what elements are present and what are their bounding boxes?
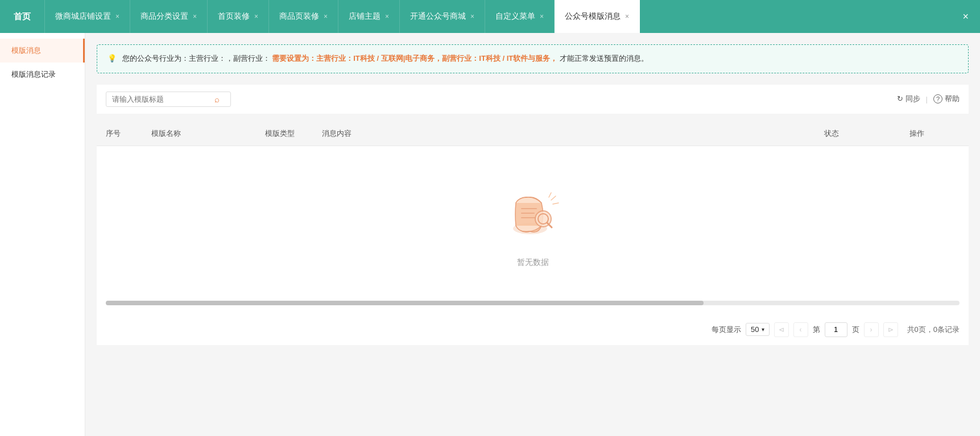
sync-icon: ↻ bbox=[897, 94, 903, 103]
search-icon[interactable]: ⌕ bbox=[214, 94, 220, 104]
chevron-down-icon: ▾ bbox=[762, 326, 764, 333]
nav-tab-close[interactable]: × bbox=[115, 13, 119, 20]
alert-icon: 💡 bbox=[107, 54, 117, 63]
scroll-track[interactable] bbox=[106, 301, 960, 305]
nav-tab-template-msg[interactable]: 公众号模版消息 × bbox=[555, 0, 640, 33]
sidebar: 模版消息 模版消息记录 bbox=[0, 33, 85, 436]
page-size-label: 每页显示 bbox=[712, 325, 741, 335]
next-page-button[interactable]: › bbox=[864, 322, 879, 337]
total-info: 共0页，0条记录 bbox=[907, 325, 960, 335]
col-header-content: 消息内容 bbox=[313, 122, 815, 146]
first-page-button[interactable]: ⊲ bbox=[774, 322, 789, 337]
alert-suffix: 才能正常发送预置的消息。 bbox=[560, 54, 648, 63]
close-all-icon: × bbox=[962, 11, 969, 23]
nav-tab-label: 微商城店铺设置 bbox=[55, 11, 111, 22]
page-suffix-label: 页 bbox=[852, 325, 859, 335]
alert-prefix: 您的公众号行业为：主营行业：，副营行业： bbox=[122, 54, 270, 63]
alert-box: 💡 您的公众号行业为：主营行业：，副营行业： 需要设置为：主营行业：IT科技 /… bbox=[97, 44, 969, 73]
nav-tab-close[interactable]: × bbox=[625, 13, 629, 20]
scroll-container bbox=[97, 301, 969, 314]
top-nav: 首页 微商城店铺设置 × 商品分类设置 × 首页装修 × 商品页装修 × 店铺主… bbox=[0, 0, 980, 33]
col-header-type: 模版类型 bbox=[256, 122, 313, 146]
pagination: 每页显示 50 ▾ ⊲ ‹ 第 页 › ⊳ 共0页，0条记录 bbox=[97, 314, 969, 345]
prev-page-button[interactable]: ‹ bbox=[793, 322, 808, 337]
svg-line-8 bbox=[553, 203, 559, 204]
data-table: 序号 模版名称 模版类型 消息内容 状态 操作 bbox=[97, 122, 969, 146]
svg-line-7 bbox=[551, 196, 556, 200]
page-size-select[interactable]: 50 ▾ bbox=[746, 323, 769, 336]
nav-tab-shop-settings[interactable]: 微商城店铺设置 × bbox=[45, 0, 130, 33]
nav-tab-label: 商品分类设置 bbox=[140, 11, 188, 22]
svg-line-9 bbox=[549, 193, 551, 197]
toolbar: ⌕ ↻ 同步 | ? 帮助 bbox=[97, 85, 969, 114]
nav-tab-close[interactable]: × bbox=[254, 13, 258, 20]
sync-label: 同步 bbox=[905, 94, 920, 103]
nav-tab-open-mall[interactable]: 开通公众号商城 × bbox=[400, 0, 485, 33]
sidebar-item-template-msg[interactable]: 模版消息 bbox=[0, 39, 85, 63]
main-content: 💡 您的公众号行业为：主营行业：，副营行业： 需要设置为：主营行业：IT科技 /… bbox=[85, 33, 980, 436]
table-header-row: 序号 模版名称 模版类型 消息内容 状态 操作 bbox=[97, 122, 969, 146]
col-header-name: 模版名称 bbox=[142, 122, 256, 146]
toolbar-divider: | bbox=[926, 95, 928, 103]
nav-tab-close[interactable]: × bbox=[470, 13, 474, 20]
nav-home[interactable]: 首页 bbox=[0, 0, 45, 33]
nav-tab-label: 店铺主题 bbox=[349, 11, 381, 22]
main-layout: 模版消息 模版消息记录 💡 您的公众号行业为：主营行业：，副营行业： 需要设置为… bbox=[0, 33, 980, 436]
help-label: 帮助 bbox=[945, 94, 960, 104]
nav-tab-home-decor[interactable]: 首页装修 × bbox=[208, 0, 269, 33]
sidebar-item-label: 模版消息 bbox=[11, 46, 41, 55]
col-header-index: 序号 bbox=[97, 122, 142, 146]
empty-state: 暂无数据 bbox=[97, 146, 969, 296]
nav-tab-category-settings[interactable]: 商品分类设置 × bbox=[130, 0, 208, 33]
nav-tab-shop-theme[interactable]: 店铺主题 × bbox=[338, 0, 400, 33]
nav-tab-close[interactable]: × bbox=[540, 13, 544, 20]
toolbar-right: ↻ 同步 | ? 帮助 bbox=[897, 94, 960, 104]
nav-tab-label: 开通公众号商城 bbox=[410, 11, 466, 22]
scroll-thumb bbox=[106, 301, 704, 305]
nav-home-label: 首页 bbox=[14, 11, 31, 22]
sidebar-item-template-msg-log[interactable]: 模版消息记录 bbox=[0, 63, 85, 86]
nav-tab-close[interactable]: × bbox=[385, 13, 389, 20]
nav-tab-close[interactable]: × bbox=[193, 13, 197, 20]
nav-tab-custom-menu[interactable]: 自定义菜单 × bbox=[485, 0, 555, 33]
nav-tab-product-decor[interactable]: 商品页装修 × bbox=[269, 0, 338, 33]
nav-tab-label: 公众号模版消息 bbox=[565, 11, 621, 22]
nav-tab-close[interactable]: × bbox=[324, 13, 328, 20]
page-number-input[interactable] bbox=[825, 322, 847, 337]
sidebar-item-label: 模版消息记录 bbox=[11, 70, 56, 78]
nav-tab-label: 首页装修 bbox=[218, 11, 250, 22]
table-wrap: 序号 模版名称 模版类型 消息内容 状态 操作 bbox=[97, 122, 969, 345]
empty-icon bbox=[499, 180, 567, 248]
col-header-action: 操作 bbox=[900, 122, 969, 146]
alert-highlight: 需要设置为：主营行业：IT科技 / 互联网|电子商务，副营行业：IT科技 / I… bbox=[272, 54, 557, 63]
nav-tab-label: 商品页装修 bbox=[279, 11, 319, 22]
nav-close-all-button[interactable]: × bbox=[951, 0, 980, 33]
help-icon: ? bbox=[933, 94, 942, 103]
nav-tab-label: 自定义菜单 bbox=[495, 11, 535, 22]
empty-text: 暂无数据 bbox=[97, 258, 969, 268]
help-button[interactable]: ? 帮助 bbox=[933, 94, 960, 104]
sync-button[interactable]: ↻ 同步 bbox=[897, 94, 920, 104]
search-input[interactable] bbox=[112, 95, 214, 103]
page-size-value: 50 bbox=[751, 325, 759, 334]
last-page-button[interactable]: ⊳ bbox=[883, 322, 898, 337]
search-wrap: ⌕ bbox=[106, 92, 231, 107]
page-prefix-label: 第 bbox=[813, 325, 820, 335]
col-header-status: 状态 bbox=[815, 122, 900, 146]
